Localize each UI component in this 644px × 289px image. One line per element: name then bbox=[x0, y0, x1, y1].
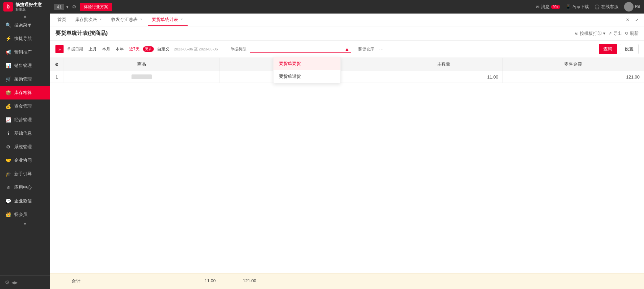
sidebar-label-cooperation: 企业协同 bbox=[14, 157, 32, 163]
tab-receive-send[interactable]: 收发存汇总表 × bbox=[107, 14, 147, 26]
page-title: 要货单统计表(按商品) bbox=[55, 30, 108, 37]
tab-inventory-batch[interactable]: 库存批次账 × bbox=[71, 14, 106, 26]
page-actions: 🖨 按模板打印 ▾ ↗ 导出 ↻ 刷新 bbox=[574, 30, 639, 37]
sidebar-item-cooperation[interactable]: 🤝 企业协同 bbox=[0, 154, 50, 167]
app-download-icon: 📱 bbox=[566, 4, 571, 9]
date-btn-this-year[interactable]: 本年 bbox=[114, 46, 126, 53]
date-btn-7days[interactable]: 近7天 bbox=[127, 46, 142, 53]
filter-expand-btn[interactable]: » bbox=[55, 45, 64, 53]
tab-count: 41 bbox=[54, 4, 64, 10]
footer-amount: 121.00 bbox=[220, 277, 260, 286]
tab-order-stat[interactable]: 要货单统计表 × bbox=[148, 14, 188, 26]
warehouse-filter-ellipsis[interactable]: ··· bbox=[379, 46, 383, 52]
th-settings[interactable]: ⚙ bbox=[50, 58, 64, 71]
refresh-label: 刷新 bbox=[630, 30, 639, 37]
user-avatar-area[interactable]: Rit bbox=[624, 2, 640, 12]
sidebar-item-members[interactable]: 👑 畅会员 bbox=[0, 208, 50, 221]
sidebar-item-purchase[interactable]: 🛒 采购管理 bbox=[0, 72, 50, 86]
sidebar-item-shortcuts[interactable]: ⚡ 快捷导航 bbox=[0, 32, 50, 45]
cell-num: 1 bbox=[50, 71, 64, 83]
industry-btn[interactable]: 体验行业方案 bbox=[80, 3, 112, 11]
dropdown-item-0[interactable]: 要货单要货 bbox=[273, 57, 340, 70]
version-label: Rit bbox=[635, 4, 640, 9]
print-btn[interactable]: 🖨 按模板打印 ▾ bbox=[574, 30, 605, 37]
table-area: ⚙ 商品 主计量单位 主数量 零售金额 1 bbox=[50, 58, 644, 273]
tab-number-display[interactable]: 41 ▾ bbox=[54, 4, 69, 10]
sidebar-item-app-center[interactable]: 🖥 应用中心 bbox=[0, 181, 50, 194]
message-btn[interactable]: ✉ 消息 99+ bbox=[536, 4, 560, 10]
sidebar-label-wechat: 企业微信 bbox=[14, 198, 32, 204]
sidebar-item-search[interactable]: 🔍 搜索菜单 bbox=[0, 18, 50, 32]
tab-inventory-batch-label: 库存批次账 bbox=[75, 17, 97, 23]
tab-home[interactable]: 首页 bbox=[53, 14, 70, 26]
main-layout: ▲ 🔍 搜索菜单 ⚡ 快捷导航 📢 营销推广 📊 销售管理 🛒 采购管理 bbox=[0, 14, 644, 289]
sidebar-item-system[interactable]: ⚙ 系统管理 bbox=[0, 140, 50, 154]
type-filter-chevron-icon[interactable]: ▲ bbox=[344, 46, 349, 52]
page-header: 要货单统计表(按商品) 🖨 按模板打印 ▾ ↗ 导出 ↻ 刷新 bbox=[50, 26, 644, 41]
dropdown-item-1[interactable]: 要货单退货 bbox=[273, 70, 340, 83]
content-area: 首页 库存批次账 × 收发存汇总表 × 要货单统计表 × × ⤢ bbox=[50, 14, 644, 289]
tab-bar: 首页 库存批次账 × 收发存汇总表 × 要货单统计表 × × ⤢ bbox=[50, 14, 644, 26]
print-icon: 🖨 bbox=[574, 31, 578, 36]
sidebar-item-inventory[interactable]: 📦 库存核算 bbox=[0, 86, 50, 99]
column-settings-icon[interactable]: ⚙ bbox=[55, 62, 59, 67]
sidebar-item-basic-info[interactable]: ℹ 基础信息 bbox=[0, 127, 50, 140]
tab-dropdown-icon[interactable]: ▾ bbox=[66, 4, 69, 9]
tab-receive-send-close[interactable]: × bbox=[140, 17, 143, 22]
sidebar-scroll-down[interactable]: ▼ bbox=[0, 221, 50, 226]
sidebar-label-finance: 资金管理 bbox=[14, 103, 32, 109]
topbar-settings-icon[interactable]: ⚙ bbox=[72, 4, 76, 9]
sidebar-label-basic-info: 基础信息 bbox=[14, 130, 32, 136]
app-download-btn[interactable]: 📱 App下载 bbox=[566, 4, 589, 10]
sidebar-collapse-icon[interactable]: ◀▶ bbox=[11, 280, 18, 285]
footer-cells: 合计 11.00 121.00 bbox=[54, 277, 640, 286]
settings-btn[interactable]: 设置 bbox=[620, 44, 639, 54]
print-label: 按模板打印 bbox=[580, 30, 602, 37]
warehouse-filter-label: 要货仓库 bbox=[358, 46, 374, 52]
close-all-tabs-btn[interactable]: × bbox=[624, 16, 631, 24]
date-btn-this-month[interactable]: 本月 bbox=[100, 46, 112, 53]
footer-qty: 11.00 bbox=[179, 277, 220, 286]
type-filter-input[interactable] bbox=[252, 47, 344, 51]
date-more-badge[interactable]: 更多 bbox=[143, 46, 154, 52]
table-footer: 合计 11.00 121.00 bbox=[50, 273, 644, 289]
sidebar-item-operations[interactable]: 📈 经营管理 bbox=[0, 113, 50, 127]
print-expand-icon[interactable]: ▾ bbox=[603, 31, 605, 36]
shortcuts-icon: ⚡ bbox=[5, 35, 11, 42]
message-icon: ✉ bbox=[536, 4, 540, 9]
export-icon: ↗ bbox=[608, 31, 612, 36]
sidebar-item-sales[interactable]: 📊 销售管理 bbox=[0, 59, 50, 72]
sidebar-label-search: 搜索菜单 bbox=[14, 22, 32, 28]
app-version: 标准版 bbox=[16, 7, 42, 12]
export-btn[interactable]: ↗ 导出 bbox=[608, 30, 622, 37]
date-btn-last-month[interactable]: 上月 bbox=[87, 46, 99, 53]
footer-label: 合计 bbox=[68, 277, 135, 286]
refresh-btn[interactable]: ↻ 刷新 bbox=[625, 30, 639, 37]
sidebar-item-finance[interactable]: 💰 资金管理 bbox=[0, 99, 50, 113]
expand-tabs-btn[interactable]: ⤢ bbox=[633, 17, 641, 23]
sidebar-scroll-up[interactable]: ▲ bbox=[0, 14, 50, 18]
tab-inventory-batch-close[interactable]: × bbox=[99, 17, 102, 22]
date-filter-label: 单据日期 bbox=[67, 46, 83, 52]
footer-total-label: 合计 bbox=[72, 279, 80, 284]
date-range-text: 2023-05-06 至 2023-06-06 bbox=[174, 47, 218, 52]
data-table: ⚙ 商品 主计量单位 主数量 零售金额 1 bbox=[50, 58, 644, 83]
wechat-icon: 💬 bbox=[5, 198, 11, 204]
filter-action-btns: 查询 设置 bbox=[599, 44, 639, 54]
query-btn[interactable]: 查询 bbox=[599, 44, 617, 54]
tab-order-stat-close[interactable]: × bbox=[180, 17, 184, 22]
sidebar-settings-icon[interactable]: ⚙ bbox=[5, 279, 9, 286]
online-service-btn[interactable]: 🎧 在线客服 bbox=[594, 4, 619, 10]
sidebar-item-marketing[interactable]: 📢 营销推广 bbox=[0, 45, 50, 59]
sidebar-item-wechat[interactable]: 💬 企业微信 bbox=[0, 194, 50, 208]
type-filter-input-wrapper[interactable]: ▲ bbox=[250, 46, 351, 53]
type-dropdown-menu: 要货单要货 要货单退货 bbox=[273, 57, 341, 83]
sidebar-label-inventory: 库存核算 bbox=[14, 90, 32, 96]
sidebar-label-members: 畅会员 bbox=[14, 212, 27, 218]
date-custom-btn[interactable]: 自定义 bbox=[157, 46, 169, 52]
cell-product bbox=[64, 71, 220, 83]
sidebar-item-guide[interactable]: 🎓 新手引导 bbox=[0, 167, 50, 181]
members-icon: 👑 bbox=[5, 211, 11, 218]
sidebar-label-system: 系统管理 bbox=[14, 144, 32, 150]
app-name: 畅捷通好生意 bbox=[16, 2, 42, 7]
